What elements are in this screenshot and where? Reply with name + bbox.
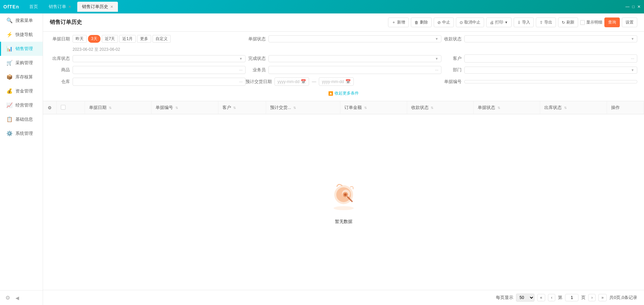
delete-button[interactable]: 🗑 删除 <box>411 17 432 27</box>
receipt-status-select[interactable]: ▼ <box>464 35 637 42</box>
doc-number-input[interactable] <box>464 80 637 83</box>
table-header-customer[interactable]: 客户 ⇅ <box>218 101 266 114</box>
first-page-btn[interactable]: « <box>537 294 546 301</box>
prev-page-btn[interactable]: ‹ <box>548 294 555 301</box>
display-columns-checkbox[interactable]: 显示明细 <box>580 20 602 25</box>
warehouse-status-label: 出库状态 <box>50 55 70 62</box>
filter-row-3: 商品 ··· 业务员 ··· 部门 <box>50 66 637 74</box>
sort-doc-date-icon: ⇅ <box>109 106 112 110</box>
table-header-delivery-date[interactable]: 预计交货... ⇅ <box>266 101 340 114</box>
table-container: ⚙ 单据日期 ⇅ 单据编号 ⇅ <box>43 101 644 290</box>
page-number-input[interactable] <box>565 294 578 301</box>
calendar-from-icon: 📅 <box>301 79 306 84</box>
customer-select[interactable]: ··· <box>464 54 637 63</box>
refresh-label: 刷新 <box>566 20 574 25</box>
date-btn-custom[interactable]: 自定义 <box>153 35 171 43</box>
complete-status-dropdown-icon: ▼ <box>435 57 438 61</box>
doc-status-select[interactable]: ▼ <box>268 35 441 42</box>
product-select[interactable]: ··· <box>73 66 246 74</box>
warehouse-label: 仓库 <box>50 79 70 85</box>
date-btn-today[interactable]: 昨天 <box>73 35 87 43</box>
minimize-icon[interactable]: — <box>626 4 630 9</box>
tab-sales-order-close[interactable]: ✕ <box>68 5 71 9</box>
svg-point-5 <box>344 193 347 196</box>
cancel-stop-button[interactable]: ⊙ 取消中止 <box>456 17 484 27</box>
last-page-btn[interactable]: » <box>598 294 607 301</box>
date-btn-7days[interactable]: 近7天 <box>102 35 118 43</box>
sidebar-item-finance[interactable]: 💰 资金管理 <box>0 84 43 98</box>
sort-doc-status-icon: ⇅ <box>498 106 500 110</box>
filter-row-4: 仓库 ··· 预计交货日期 yyyy-mm-dd 📅 — yyyy-mm-dd <box>50 77 637 86</box>
customer-ellipsis: ··· <box>631 56 634 61</box>
complete-status-select[interactable]: ▼ <box>268 55 441 62</box>
date-btn-more[interactable]: 更多 <box>137 35 151 43</box>
warehouse-status-select[interactable]: ▼ <box>73 55 246 62</box>
gear-icon: ⚙ <box>48 105 52 110</box>
svg-point-0 <box>334 206 354 210</box>
table-header-gear[interactable]: ⚙ <box>43 101 56 114</box>
table-header-receipt-status[interactable]: 收款状态 ⇅ <box>407 101 473 114</box>
date-btn-1month[interactable]: 近1月 <box>119 35 136 43</box>
warehouse-status-dropdown-icon: ▼ <box>239 57 243 61</box>
collapse-label: 收起更多条件 <box>335 90 359 96</box>
import-button[interactable]: ⇩ 导入 <box>514 17 534 27</box>
warehouse-select[interactable]: ··· <box>73 78 246 86</box>
table-header-order-amount[interactable]: 订单金额 ⇅ <box>340 101 407 114</box>
sidebar-item-search-menu[interactable]: 🔍 搜索菜单 <box>0 13 43 28</box>
table-header-checkbox[interactable] <box>56 101 85 114</box>
filter-row-date-range: 2023-06-02 至 2023-06-02 <box>50 46 637 52</box>
salesperson-select[interactable]: ··· <box>268 66 441 74</box>
receipt-status-label: 收款状态 <box>441 36 462 42</box>
page-title: 销售订单历史 <box>50 19 82 26</box>
per-page-select[interactable]: 50 10 20 100 <box>516 294 534 302</box>
table-header-doc-number[interactable]: 单据编号 ⇅ <box>152 101 218 114</box>
sidebar-item-inventory[interactable]: 📦 库存核算 <box>0 70 43 84</box>
base-info-icon: 📋 <box>6 116 13 122</box>
tab-sales-order-history-close[interactable]: ✕ <box>110 5 113 9</box>
select-all-checkbox[interactable] <box>61 105 66 110</box>
print-button[interactable]: 🖨 打印 ▼ <box>486 17 512 27</box>
filter-section: 单据日期 昨天 3天 近7天 <box>43 32 644 101</box>
pagination-bar: 每页显示 50 10 20 100 « ‹ 第 页 › » 共0页,0条记录 <box>43 290 644 305</box>
table-header-warehouse-status[interactable]: 出库状态 ⇅ <box>540 101 607 114</box>
export-icon: ⇧ <box>540 20 543 25</box>
stop-button[interactable]: ⊘ 中止 <box>434 17 454 27</box>
table-header-doc-status[interactable]: 单据状态 ⇅ <box>473 101 540 114</box>
tab-sales-order-history[interactable]: 销售订单历史 ✕ <box>77 2 118 12</box>
next-page-btn[interactable]: › <box>588 294 596 301</box>
sidebar-item-quick-nav[interactable]: ⚡ 快捷导航 <box>0 28 43 42</box>
tab-sales-order[interactable]: 销售订单 ✕ <box>44 2 76 12</box>
stop-label: 中止 <box>442 20 450 25</box>
sidebar-item-sales-mgmt[interactable]: 📊 销售管理 <box>0 42 43 56</box>
sidebar-item-purchase-mgmt[interactable]: 🛒 采购管理 <box>0 56 43 70</box>
export-button[interactable]: ⇧ 导出 <box>536 17 556 27</box>
department-select[interactable]: ▼ <box>464 67 637 74</box>
sidebar-item-operations[interactable]: 📈 经营管理 <box>0 98 43 112</box>
close-window-icon[interactable]: ✕ <box>637 4 641 9</box>
tab-home[interactable]: 首页 <box>25 2 43 12</box>
sidebar-item-base-info[interactable]: 📋 基础信息 <box>0 112 43 126</box>
maximize-icon[interactable]: □ <box>632 4 635 9</box>
query-button[interactable]: 查询 <box>604 17 620 27</box>
delete-icon: 🗑 <box>415 20 419 25</box>
date-field-label: 单据日期 <box>50 36 70 42</box>
table-header-doc-date[interactable]: 单据日期 ⇅ <box>85 101 151 114</box>
sidebar-collapse-icon[interactable]: ◀ <box>15 295 19 301</box>
sidebar-settings-icon[interactable]: ⚙ <box>5 295 10 301</box>
import-icon: ⇩ <box>517 20 521 25</box>
delivery-date-to[interactable]: yyyy-mm-dd 📅 <box>319 77 353 86</box>
print-label: 打印 <box>495 20 503 25</box>
new-button[interactable]: ＋ 新增 <box>388 17 409 27</box>
doc-status-dropdown-icon: ▼ <box>435 37 438 41</box>
collapse-row[interactable]: 🔼 收起更多条件 <box>50 89 637 98</box>
display-columns-cb[interactable] <box>580 20 585 25</box>
product-ellipsis: ··· <box>239 68 243 72</box>
date-btn-3days[interactable]: 3天 <box>88 35 100 43</box>
window-controls: — □ ✕ <box>626 4 641 9</box>
salesperson-ellipsis: ··· <box>435 68 438 72</box>
sidebar-item-system[interactable]: ⚙️ 系统管理 <box>0 126 43 141</box>
settings-button[interactable]: 设置 <box>622 17 637 27</box>
refresh-button[interactable]: ↻ 刷新 <box>558 17 578 27</box>
delivery-date-from[interactable]: yyyy-mm-dd 📅 <box>274 77 309 86</box>
toolbar: ＋ 新增 🗑 删除 ⊘ 中止 ⊙ 取消中止 <box>388 17 637 27</box>
